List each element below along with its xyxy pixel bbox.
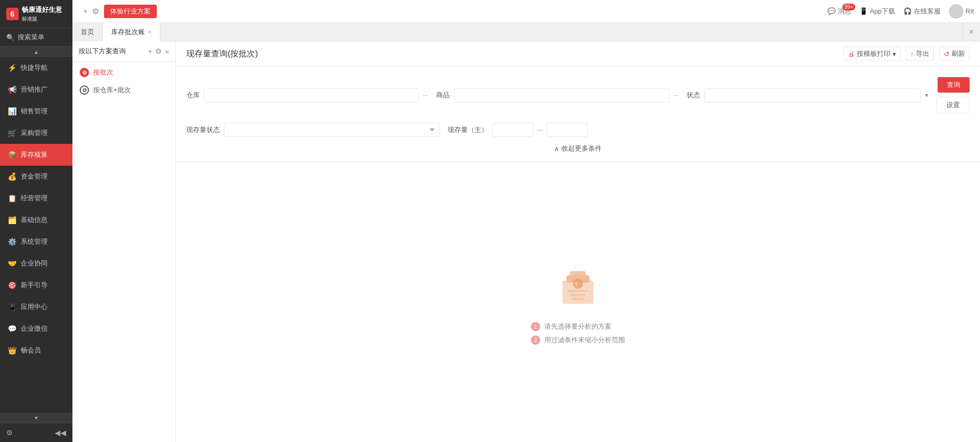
app-edition: 标准版 — [22, 16, 62, 23]
filter-row-2: 现存量状态 现存量（主） — — [186, 123, 970, 137]
scheme-settings-btn[interactable]: ⚙ — [155, 47, 162, 55]
filter-product: 商品 ··· — [436, 89, 678, 102]
online-service-icon: 🎧 — [903, 7, 912, 15]
empty-tip-1: 1 请先选择要分析的方案 — [531, 322, 625, 331]
app-download-action[interactable]: 📱 App下载 — [859, 7, 895, 16]
sidebar-item-member[interactable]: 👑 畅会员 — [0, 340, 72, 361]
inventory-status-label: 现存量状态 — [186, 125, 220, 135]
tip-num-2: 2 — [531, 335, 540, 345]
search-menu-label: 搜索菜单 — [18, 33, 44, 42]
system-label: 系统管理 — [21, 237, 48, 246]
newbie-icon: 🎯 — [7, 281, 17, 290]
warehouse-more-btn[interactable]: ··· — [423, 92, 428, 99]
quick-nav-icon: ⚡ — [7, 63, 17, 72]
inventory-status-select[interactable] — [224, 123, 439, 137]
collapse-icon: ∧ — [554, 145, 559, 153]
refresh-btn[interactable]: ↺ 刷新 — [939, 47, 970, 61]
sidebar-item-sales[interactable]: 📊 销售管理 — [0, 100, 72, 122]
marketing-label: 营销推广 — [21, 85, 48, 94]
sidebar-item-newbie[interactable]: 🎯 新手引导 — [0, 274, 72, 296]
sidebar-item-marketing[interactable]: 📢 营销推广 — [0, 79, 72, 100]
warehouse-input[interactable] — [204, 89, 419, 102]
settings-footer-btn[interactable]: ⚙ — [6, 429, 13, 437]
tab-right-close-btn[interactable]: × — [962, 23, 980, 41]
product-input[interactable] — [454, 89, 669, 102]
sidebar-item-apps[interactable]: 📱 应用中心 — [0, 296, 72, 318]
empty-state: ! 1 请先选择要分析的方案 2 用过滤条件来缩小分析范围 — [176, 162, 980, 442]
settings-btn[interactable]: 设置 — [937, 97, 970, 113]
empty-illustration: ! — [552, 260, 604, 312]
marketing-icon: 📢 — [7, 85, 17, 94]
purchase-icon: 🛒 — [7, 128, 17, 138]
sidebar-item-operation[interactable]: 📋 经营管理 — [0, 187, 72, 209]
sidebar-item-quick-nav[interactable]: ⚡ 快捷导航 — [0, 57, 72, 79]
sidebar-scroll-down[interactable]: ▼ — [0, 412, 72, 423]
tip-num-1: 1 — [531, 322, 540, 331]
add-scheme-btn[interactable]: + — [148, 47, 152, 55]
apps-label: 应用中心 — [21, 302, 48, 312]
scheme-item-by-batch[interactable]: ⚙ 按批次 — [72, 64, 175, 81]
inventory-label: 库存核算 — [21, 150, 48, 159]
finance-icon: 💰 — [7, 172, 17, 181]
sales-icon: 📊 — [7, 107, 17, 116]
sidebar-item-purchase[interactable]: 🛒 采购管理 — [0, 122, 72, 144]
tab-close-icon[interactable]: × — [148, 28, 152, 36]
operation-label: 经营管理 — [21, 194, 48, 203]
online-service-action[interactable]: 🎧 在线客服 — [903, 7, 941, 16]
online-service-label: 在线客服 — [914, 7, 941, 16]
avatar — [949, 4, 963, 19]
sidebar-item-system[interactable]: ⚙️ 系统管理 — [0, 231, 72, 253]
user-avatar-action[interactable]: Rit — [949, 4, 974, 19]
search-menu-item[interactable]: 🔍 搜索菜单 — [0, 28, 72, 47]
sidebar-item-collab[interactable]: 🤝 企业协同 — [0, 253, 72, 274]
sidebar-scroll-up[interactable]: ▲ — [0, 47, 72, 57]
content-area: 按以下方案查询 + ⚙ « ⚙ 按批次 ⚙ 按仓库+批次 — [72, 41, 980, 442]
filter-collapse-btn[interactable]: ∧ 收起更多条件 — [186, 142, 970, 155]
filter-status: 状态 ▾ — [687, 89, 928, 102]
finance-label: 资金管理 — [21, 172, 48, 181]
tip-text-1: 请先选择要分析的方案 — [544, 322, 612, 331]
export-btn[interactable]: ↑ 导出 — [906, 47, 934, 61]
scheme-item-by-warehouse-batch[interactable]: ⚙ 按仓库+批次 — [72, 81, 175, 99]
print-chevron-icon: ▾ — [893, 50, 896, 58]
qty-max-input[interactable] — [546, 123, 588, 137]
message-action[interactable]: 💬 消息 99+ — [827, 7, 851, 16]
topbar-chevron-icon[interactable]: ▾ — [84, 8, 87, 15]
collab-icon: 🤝 — [7, 259, 17, 268]
tab-home-label: 首页 — [81, 27, 94, 37]
scheme-label-by-warehouse-batch: 按仓库+批次 — [93, 85, 131, 95]
app-logo: 6 畅康通好生意 标准版 — [6, 5, 66, 23]
left-panel-header-actions: + ⚙ « — [148, 47, 169, 55]
status-input[interactable] — [704, 89, 921, 102]
print-btn[interactable]: 🖨 按模板打印 ▾ — [843, 47, 901, 61]
quick-nav-label: 快捷导航 — [21, 63, 48, 72]
qty-min-input[interactable] — [492, 123, 533, 137]
topbar-actions: 💬 消息 99+ 📱 App下载 🎧 在线客服 Rit — [827, 4, 974, 19]
filter-inventory-qty: 现存量（主） — — [448, 123, 701, 137]
topbar-gear-icon[interactable]: ⚙ — [92, 7, 99, 16]
trial-button[interactable]: 体验行业方案 — [104, 5, 157, 18]
collapse-panel-btn[interactable]: « — [165, 47, 169, 55]
filter-inventory-status: 现存量状态 — [186, 123, 439, 137]
product-more-btn[interactable]: ··· — [673, 92, 678, 99]
collab-label: 企业协同 — [21, 259, 48, 268]
filter-area: 仓库 ··· 商品 ··· 状态 ▾ 查询 — [176, 67, 980, 162]
page-header: 现存量查询(按批次) 🖨 按模板打印 ▾ ↑ 导出 ↺ 刷新 — [176, 41, 980, 67]
tab-inventory-batch-label: 库存批次账 — [111, 27, 145, 37]
message-badge: 99+ — [842, 4, 855, 10]
user-name-label: Rit — [966, 7, 974, 15]
tab-inventory-batch[interactable]: 库存批次账 × — [103, 23, 160, 41]
svg-point-3 — [573, 278, 583, 289]
scheme-label-by-batch: 按批次 — [93, 68, 113, 77]
tip-text-2: 用过滤条件来缩小分析范围 — [544, 335, 625, 345]
sidebar-item-basic[interactable]: 🗂️ 基础信息 — [0, 209, 72, 231]
basic-icon: 🗂️ — [7, 215, 17, 225]
status-label: 状态 — [687, 91, 700, 100]
collapse-sidebar-btn[interactable]: ◀◀ — [55, 429, 66, 437]
tab-home[interactable]: 首页 — [72, 23, 103, 41]
sidebar-item-finance[interactable]: 💰 资金管理 — [0, 166, 72, 187]
query-btn[interactable]: 查询 — [938, 77, 970, 93]
sidebar-item-wechat[interactable]: 💬 企业微信 — [0, 318, 72, 340]
sidebar-item-inventory[interactable]: 📦 库存核算 — [0, 144, 72, 166]
status-chevron-icon[interactable]: ▾ — [925, 92, 928, 99]
